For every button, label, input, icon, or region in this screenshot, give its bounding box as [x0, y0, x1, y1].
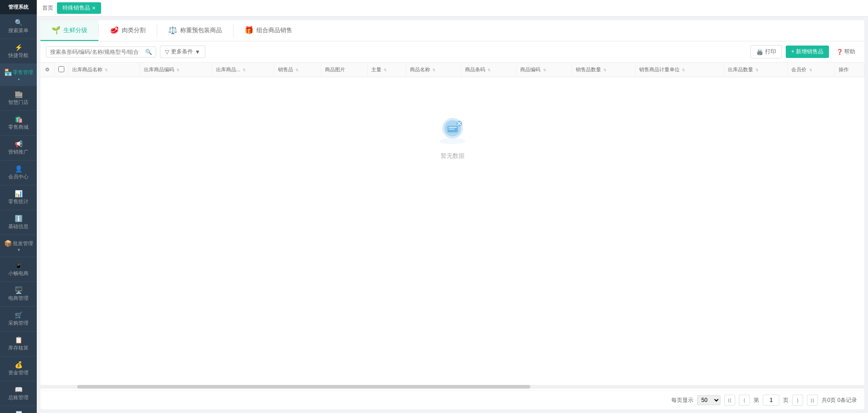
retail-mall-icon: 🛍️	[15, 115, 23, 123]
print-button[interactable]: 🖨️ 打印	[750, 45, 782, 58]
sort-arrows-product-code[interactable]: ⇅	[543, 68, 546, 72]
empty-state: 暂无数据	[40, 77, 864, 197]
help-button[interactable]: ❓ 帮助	[833, 46, 859, 58]
sidebar-label-basic-info: 基础信息	[8, 223, 28, 230]
sort-arrows-member-price[interactable]: ⇅	[809, 68, 812, 72]
sidebar-label-retail-mall: 零售商城	[8, 124, 28, 131]
weight-package-tab-icon: ⚖️	[168, 26, 177, 34]
sidebar-label-wholesale-mgmt: 批发管理	[13, 240, 33, 247]
sidebar-item-invoice-mgmt[interactable]: 🧾 发票管理	[0, 406, 37, 413]
table-header-row: ⚙ 出库商品名称 ⇅ 出库商品编码 ⇅	[40, 63, 864, 77]
inventory-icon: 📋	[15, 336, 23, 344]
last-page-button[interactable]: ⟩⟩	[807, 395, 818, 406]
sidebar-item-quick-nav[interactable]: ⚡ 快捷导航	[0, 39, 37, 64]
first-page-button[interactable]: ⟨⟨	[724, 395, 735, 406]
tab-meat-cut[interactable]: 🥩 肉类分割	[99, 20, 157, 41]
sidebar-label-mini-ecommerce: 小畅电商	[8, 270, 28, 277]
sidebar-label-retail-mgmt: 零售管理	[13, 69, 33, 76]
sidebar-item-inventory[interactable]: 📋 库存核算	[0, 332, 37, 356]
wholesale-mgmt-icon: 📦	[4, 240, 12, 247]
sidebar-item-marketing[interactable]: 📢 营销推广	[0, 136, 37, 161]
sidebar-item-basic-info[interactable]: ℹ️ 基础信息	[0, 210, 37, 235]
capital-mgmt-icon: 💰	[15, 361, 23, 368]
svg-rect-4	[448, 127, 457, 128]
member-center-icon: 👤	[15, 165, 23, 172]
horizontal-scrollbar-thumb[interactable]	[77, 385, 530, 389]
home-link[interactable]: 首页	[42, 4, 53, 12]
sidebar-label-smart-store: 智慧门店	[8, 99, 28, 106]
sidebar-item-smart-store[interactable]: 🏬 智慧门店	[0, 86, 37, 111]
th-checkbox[interactable]	[54, 63, 68, 77]
sidebar-item-retail-mgmt[interactable]: 🏪 零售管理 ▲	[0, 64, 37, 86]
sidebar-item-wholesale-mgmt[interactable]: 📦 批发管理 ▼	[0, 235, 37, 257]
th-barcode: 商品条码 ⇅	[461, 63, 516, 77]
add-label: + 新增销售品	[791, 48, 823, 56]
sort-arrows-out-product-code[interactable]: ⇅	[176, 68, 180, 72]
sort-arrows-out-qty[interactable]: ⇅	[755, 68, 759, 72]
sidebar-label-search: 搜索菜单	[8, 27, 28, 34]
top-bar: 首页 特殊销售品 ✕	[37, 0, 868, 17]
marketing-icon: 📢	[15, 140, 23, 148]
sidebar-item-mini-ecommerce[interactable]: 📱 小畅电商	[0, 257, 37, 282]
search-box[interactable]: 🔍	[46, 46, 156, 57]
basic-info-icon: ℹ️	[15, 215, 23, 222]
sidebar-label-retail-stats: 零售统计	[8, 198, 28, 205]
th-sales-qty: 销售品数量 ⇅	[572, 63, 635, 77]
sidebar-item-purchase-mgmt[interactable]: 🛒 采购管理	[0, 307, 37, 332]
pagination: 每页显示 50 10 20 100 ⟨⟨ ⟨ 第 页 ⟩ ⟩⟩ 共0页 0条记录	[40, 390, 864, 409]
sort-arrows-product-name[interactable]: ⇅	[432, 68, 436, 72]
sidebar-item-ecommerce-mgmt[interactable]: 🖥️ 电商管理	[0, 282, 37, 307]
per-page-select[interactable]: 50 10 20 100	[697, 395, 720, 405]
sort-arrows-out-product-name[interactable]: ⇅	[105, 68, 108, 72]
mini-ecommerce-icon: 📱	[15, 262, 23, 269]
add-sales-item-button[interactable]: + 新增销售品	[786, 46, 829, 58]
help-icon: ❓	[836, 49, 843, 55]
table-wrapper[interactable]: ⚙ 出库商品名称 ⇅ 出库商品编码 ⇅	[40, 63, 864, 383]
th-operation: 操作	[834, 63, 864, 77]
sort-arrows-barcode[interactable]: ⇅	[488, 68, 491, 72]
sidebar-item-search[interactable]: 🔍 搜索菜单	[0, 14, 37, 39]
sort-arrows-sales-qty[interactable]: ⇅	[603, 68, 607, 72]
horizontal-scrollbar[interactable]	[40, 385, 864, 389]
sidebar-label-capital-mgmt: 资金管理	[8, 369, 28, 376]
filter-button[interactable]: ▽ 更多条件 ▼	[160, 46, 205, 58]
th-settings[interactable]: ⚙	[40, 63, 54, 77]
tab-combo-sales[interactable]: 🎁 组合商品销售	[233, 20, 303, 41]
sort-arrows-sales-item[interactable]: ⇅	[295, 68, 299, 72]
prev-page-button[interactable]: ⟨	[739, 395, 750, 406]
sidebar-item-general-ledger[interactable]: 📖 总账管理	[0, 381, 37, 406]
page-number-input[interactable]	[763, 395, 779, 406]
combo-sales-tab-label: 组合商品销售	[256, 26, 292, 34]
fresh-grade-tab-label: 生鲜分级	[63, 26, 87, 34]
th-product-code: 商品编码 ⇅	[516, 63, 572, 77]
invoice-mgmt-icon: 🧾	[15, 411, 23, 413]
meat-cut-tab-label: 肉类分割	[122, 26, 146, 34]
next-page-button[interactable]: ⟩	[792, 395, 803, 406]
sidebar-item-retail-mall[interactable]: 🛍️ 零售商城	[0, 111, 37, 136]
sort-arrows-sales-unit[interactable]: ⇅	[682, 68, 685, 72]
svg-point-0	[440, 138, 465, 144]
sidebar-item-retail-stats[interactable]: 📊 零售统计	[0, 185, 37, 210]
empty-text: 暂无数据	[441, 152, 465, 160]
settings-col-icon[interactable]: ⚙	[45, 67, 50, 72]
sort-arrows-weight[interactable]: ⇅	[384, 68, 387, 72]
sort-arrows-out-product-x[interactable]: ⇅	[243, 68, 246, 72]
retail-stats-icon: 📊	[15, 190, 23, 197]
active-tab[interactable]: 特殊销售品 ✕	[57, 2, 101, 14]
sidebar-label-general-ledger: 总账管理	[8, 394, 28, 401]
search-icon[interactable]: 🔍	[145, 49, 152, 55]
smart-store-icon: 🏬	[15, 91, 23, 98]
th-out-product-code: 出库商品编码 ⇅	[140, 63, 212, 77]
select-all-checkbox[interactable]	[58, 66, 64, 72]
close-tab-button[interactable]: ✕	[92, 6, 96, 11]
search-icon: 🔍	[15, 19, 23, 26]
svg-rect-5	[448, 129, 454, 130]
sidebar-item-capital-mgmt[interactable]: 💰 资金管理	[0, 356, 37, 381]
tab-weight-package[interactable]: ⚖️ 称重预包装商品	[157, 20, 233, 41]
search-input[interactable]	[50, 49, 143, 55]
tab-fresh-grade[interactable]: 🌱 生鲜分级	[40, 20, 98, 41]
page-suffix: 页	[783, 396, 789, 404]
tab-navigation: 🌱 生鲜分级 🥩 肉类分割 ⚖️ 称重预包装商品 🎁 组合商品销售	[40, 20, 864, 41]
sidebar-item-member-center[interactable]: 👤 会员中心	[0, 161, 37, 185]
wholesale-mgmt-arrow-icon: ▼	[17, 248, 21, 252]
